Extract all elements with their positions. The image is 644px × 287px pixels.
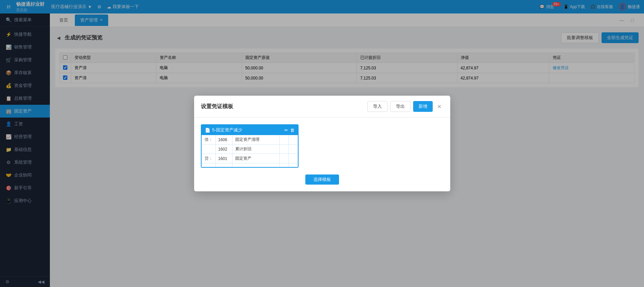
entry-type-1: 借： — [202, 135, 215, 145]
template-title-text: 5-固定资产减少 — [212, 127, 243, 133]
modal-body: 📄 5-固定资产减少 ✏ 🗑 借： 1606 固定资产清理 — [194, 118, 450, 191]
new-button[interactable]: 新增 — [413, 101, 433, 112]
close-icon: ✕ — [437, 103, 441, 110]
entry-debit-2 — [279, 145, 288, 154]
import-button[interactable]: 导入 — [367, 101, 388, 112]
export-button[interactable]: 导出 — [390, 101, 410, 112]
entry-code-1: 1606 — [215, 135, 232, 145]
entry-debit-3 — [279, 154, 288, 163]
entry-name-3: 固定资产 — [232, 154, 279, 163]
template-card-title: 📄 5-固定资产减少 — [205, 127, 243, 133]
template-card-header: 📄 5-固定资产减少 ✏ 🗑 — [202, 125, 298, 135]
entry-code-3: 1601 — [215, 154, 232, 163]
entry-credit-3 — [288, 154, 298, 163]
template-delete-btn[interactable]: 🗑 — [290, 128, 295, 133]
template-card-actions: ✏ 🗑 — [284, 128, 295, 133]
modal-title: 设置凭证模板 — [201, 103, 233, 110]
template-doc-icon: 📄 — [205, 128, 210, 133]
modal-header: 设置凭证模板 导入 导出 新增 ✕ — [194, 96, 450, 118]
select-template-button[interactable]: 选择模板 — [305, 174, 339, 185]
template-entries-table: 借： 1606 固定资产清理 1602 累计折旧 — [202, 135, 298, 167]
template-entry-row: 1602 累计折旧 — [202, 145, 298, 154]
template-empty-row — [202, 163, 298, 167]
entry-type-3: 贷： — [202, 154, 215, 163]
entry-credit-2 — [288, 145, 298, 154]
modal-dialog: 设置凭证模板 导入 导出 新增 ✕ 📄 5-固定资产减少 — [194, 96, 450, 191]
entry-code-2: 1602 — [215, 145, 232, 154]
template-edit-btn[interactable]: ✏ — [284, 128, 288, 133]
entry-credit-1 — [288, 135, 298, 145]
entry-name-2: 累计折旧 — [232, 145, 279, 154]
modal-header-right: 导入 导出 新增 ✕ — [367, 101, 443, 112]
modal-overlay[interactable]: 设置凭证模板 导入 导出 新增 ✕ 📄 5-固定资产减少 — [0, 0, 644, 287]
template-card: 📄 5-固定资产减少 ✏ 🗑 借： 1606 固定资产清理 — [201, 124, 299, 168]
modal-close-button[interactable]: ✕ — [435, 102, 443, 110]
entry-type-2 — [202, 145, 215, 154]
template-entry-row: 借： 1606 固定资产清理 — [202, 135, 298, 145]
template-entry-row: 贷： 1601 固定资产 — [202, 154, 298, 163]
modal-actions: 导入 导出 新增 — [367, 101, 433, 112]
entry-name-1: 固定资产清理 — [232, 135, 279, 145]
entry-debit-1 — [279, 135, 288, 145]
